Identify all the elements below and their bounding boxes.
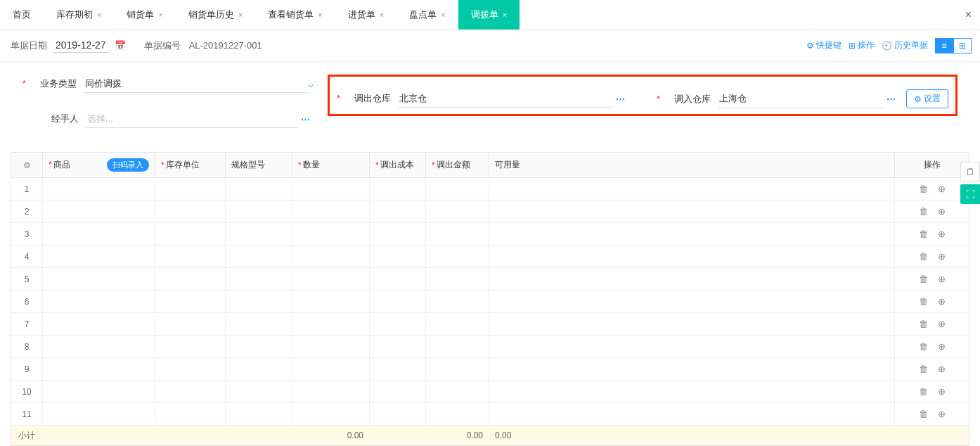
- cell-spec[interactable]: [226, 358, 292, 380]
- delete-icon[interactable]: 🗑: [919, 364, 928, 374]
- delete-icon[interactable]: 🗑: [919, 251, 928, 262]
- out-warehouse-input[interactable]: [398, 89, 613, 108]
- cell-unit[interactable]: [155, 200, 226, 222]
- cell-qty[interactable]: [292, 313, 370, 335]
- date-value[interactable]: 2019-12-27: [53, 38, 109, 53]
- side-notes-button[interactable]: 🗒: [960, 162, 980, 181]
- tab-sales-history[interactable]: 销货单历史×: [176, 0, 255, 30]
- cell-available[interactable]: [489, 178, 895, 200]
- delete-icon[interactable]: 🗑: [919, 229, 928, 239]
- cell-unit[interactable]: [155, 291, 226, 312]
- cell-available[interactable]: [489, 358, 895, 380]
- close-all-icon[interactable]: ×: [965, 8, 972, 21]
- cell-available[interactable]: [489, 336, 895, 357]
- chevron-down-icon[interactable]: ⌵: [308, 78, 314, 89]
- cell-product[interactable]: [43, 358, 155, 380]
- close-icon[interactable]: ×: [318, 11, 322, 19]
- add-row-icon[interactable]: ⊕: [938, 386, 946, 397]
- cell-cost[interactable]: [370, 246, 426, 267]
- table-row[interactable]: 6🗑⊕: [11, 291, 969, 313]
- history-button[interactable]: 🕘历史单据: [882, 39, 928, 51]
- more-icon[interactable]: ⋯: [884, 94, 899, 104]
- table-row[interactable]: 3🗑⊕: [11, 223, 969, 246]
- in-warehouse-input[interactable]: [718, 90, 884, 108]
- cell-cost[interactable]: [370, 268, 426, 290]
- biz-type-select[interactable]: [84, 75, 309, 93]
- view-grid-button[interactable]: ⊞: [953, 38, 972, 53]
- add-row-icon[interactable]: ⊕: [938, 341, 946, 352]
- cell-qty[interactable]: [292, 200, 370, 222]
- add-row-icon[interactable]: ⊕: [938, 274, 946, 284]
- table-row[interactable]: 7🗑⊕: [11, 313, 969, 336]
- delete-icon[interactable]: 🗑: [919, 409, 928, 419]
- tab-stocktake[interactable]: 盘点单×: [396, 0, 458, 30]
- cell-available[interactable]: [489, 200, 895, 222]
- cell-product[interactable]: [43, 403, 155, 425]
- view-list-button[interactable]: ≡: [935, 38, 953, 53]
- cell-qty[interactable]: [292, 268, 370, 290]
- tab-transfer-order[interactable]: 调拨单×: [458, 0, 520, 30]
- cell-spec[interactable]: [226, 246, 292, 267]
- calendar-icon[interactable]: 📅: [115, 40, 126, 51]
- cell-spec[interactable]: [226, 403, 292, 425]
- add-row-icon[interactable]: ⊕: [938, 319, 946, 329]
- cell-cost[interactable]: [370, 381, 426, 402]
- cell-amount[interactable]: [426, 200, 489, 222]
- table-row[interactable]: 4🗑⊕: [11, 246, 969, 268]
- cell-cost[interactable]: [370, 223, 426, 245]
- column-settings-icon[interactable]: ⚙: [11, 153, 43, 177]
- close-icon[interactable]: ×: [380, 11, 384, 19]
- settings-button[interactable]: ⚙设置: [906, 89, 948, 108]
- cell-qty[interactable]: [292, 246, 370, 267]
- delete-icon[interactable]: 🗑: [919, 206, 928, 217]
- more-icon[interactable]: ⋯: [298, 114, 314, 125]
- cell-cost[interactable]: [370, 200, 426, 222]
- cell-amount[interactable]: [426, 223, 489, 245]
- delete-icon[interactable]: 🗑: [919, 296, 928, 307]
- cell-cost[interactable]: [370, 313, 426, 335]
- cell-cost[interactable]: [370, 403, 426, 425]
- shortcut-button[interactable]: ⚙快捷键: [806, 39, 842, 51]
- cell-unit[interactable]: [155, 336, 226, 357]
- cell-cost[interactable]: [370, 178, 426, 200]
- table-row[interactable]: 5🗑⊕: [11, 268, 969, 291]
- table-row[interactable]: 9🗑⊕: [11, 358, 969, 381]
- close-icon[interactable]: ×: [97, 11, 101, 19]
- cell-unit[interactable]: [155, 313, 226, 335]
- cell-product[interactable]: [43, 313, 155, 335]
- more-icon[interactable]: ⋯: [613, 94, 628, 104]
- cell-product[interactable]: [43, 336, 155, 357]
- close-icon[interactable]: ×: [158, 11, 162, 19]
- tab-purchase-order[interactable]: 进货单×: [335, 0, 396, 30]
- cell-available[interactable]: [489, 246, 895, 267]
- scan-entry-button[interactable]: 扫码录入: [107, 158, 149, 172]
- delete-icon[interactable]: 🗑: [919, 386, 928, 397]
- add-row-icon[interactable]: ⊕: [938, 296, 946, 307]
- cell-available[interactable]: [489, 313, 895, 335]
- cell-amount[interactable]: [426, 336, 489, 357]
- cell-qty[interactable]: [292, 403, 370, 425]
- tab-sales-order[interactable]: 销货单×: [114, 0, 175, 30]
- handler-input[interactable]: [86, 110, 298, 128]
- table-row[interactable]: 1🗑⊕: [11, 178, 969, 200]
- cell-unit[interactable]: [155, 223, 226, 245]
- cell-spec[interactable]: [226, 381, 292, 402]
- cell-unit[interactable]: [155, 268, 226, 290]
- tab-inventory-init[interactable]: 库存期初×: [44, 0, 114, 30]
- cell-spec[interactable]: [226, 268, 292, 290]
- tab-view-sales[interactable]: 查看销货单×: [255, 0, 335, 30]
- table-row[interactable]: 8🗑⊕: [11, 336, 969, 358]
- cell-unit[interactable]: [155, 403, 226, 425]
- add-row-icon[interactable]: ⊕: [938, 184, 946, 194]
- close-icon[interactable]: ×: [441, 11, 445, 19]
- cell-qty[interactable]: [292, 223, 370, 245]
- cell-cost[interactable]: [370, 291, 426, 312]
- cell-amount[interactable]: [426, 178, 489, 200]
- delete-icon[interactable]: 🗑: [919, 341, 928, 352]
- cell-unit[interactable]: [155, 246, 226, 267]
- cell-product[interactable]: [43, 291, 155, 312]
- cell-unit[interactable]: [155, 358, 226, 380]
- cell-spec[interactable]: [226, 336, 292, 357]
- cell-product[interactable]: [43, 381, 155, 402]
- add-row-icon[interactable]: ⊕: [938, 251, 946, 262]
